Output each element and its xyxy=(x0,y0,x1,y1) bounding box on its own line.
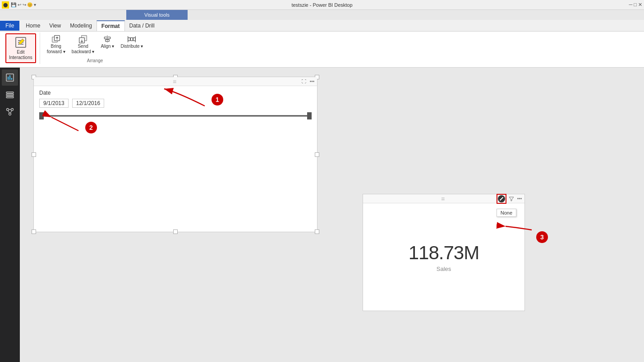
kpi-label: Sales xyxy=(437,266,451,272)
slicer-dates: 9/1/2013 12/1/2016 xyxy=(39,99,312,108)
slicer-header-icons: ⛶ ••• xyxy=(301,78,315,85)
slicer-title: Date xyxy=(39,90,312,96)
kpi-header-icons: ••• xyxy=(497,194,523,204)
model-icon xyxy=(5,107,14,116)
ribbon: EditInteractions Bringforward ▾ xyxy=(0,32,644,68)
menu-modeling[interactable]: Modeling xyxy=(65,21,97,31)
svg-rect-19 xyxy=(131,38,133,41)
svg-rect-27 xyxy=(6,94,14,96)
bring-forward-icon xyxy=(51,35,60,44)
svg-point-29 xyxy=(7,109,9,111)
edit-interactions-label: EditInteractions xyxy=(9,50,32,60)
slicer-header: ≡ ⛶ ••• xyxy=(34,77,317,86)
app-body: ≡ ⛶ ••• Date 9/1/2013 12/1/2016 xyxy=(0,68,644,362)
kpi-body: 118.73M Sales xyxy=(363,203,524,311)
svg-point-31 xyxy=(9,113,11,115)
send-backward-label: Sendbackward ▾ xyxy=(72,44,95,55)
svg-point-30 xyxy=(11,109,14,111)
arrange-group-label: Arrange xyxy=(45,58,146,63)
distribute-label: Distribute ▾ xyxy=(120,44,143,49)
slicer-drag-handle: ≡ xyxy=(173,78,178,85)
kpi-header: ≡ ••• xyxy=(363,194,524,203)
visual-tools-tab-area: Visual tools xyxy=(0,10,644,20)
title-bar: ⬤ 💾 ↩ ↪ 😊 ▾ testszie - Power BI Desktop … xyxy=(0,0,644,10)
filter-icon xyxy=(509,196,514,202)
slicer-start-date[interactable]: 9/1/2013 xyxy=(39,99,69,108)
align-label: Align ▾ xyxy=(101,44,114,49)
svg-rect-26 xyxy=(6,92,14,93)
none-tooltip: None xyxy=(497,209,516,217)
kpi-card[interactable]: ≡ ••• None xyxy=(363,194,525,311)
kpi-more-icon[interactable]: ••• xyxy=(516,196,523,202)
tab-spacer xyxy=(0,10,126,20)
menu-file[interactable]: File xyxy=(0,21,19,31)
svg-rect-24 xyxy=(9,75,10,80)
slider-handle-left[interactable] xyxy=(39,112,44,119)
kpi-filter-icon[interactable] xyxy=(508,196,515,202)
svg-rect-23 xyxy=(8,77,9,80)
none-slash-icon xyxy=(500,197,503,200)
sidebar-btn-report[interactable] xyxy=(2,69,18,86)
resize-handle-rm[interactable] xyxy=(315,152,319,157)
quick-access-toolbar: 💾 ↩ ↪ 😊 ▾ xyxy=(11,2,36,7)
sidebar-btn-data[interactable] xyxy=(2,87,18,103)
distribute-button[interactable]: Distribute ▾ xyxy=(118,33,145,50)
distribute-icon xyxy=(127,35,136,44)
resize-handle-bl[interactable] xyxy=(32,229,36,234)
ribbon-group-arrange: Bringforward ▾ Sendbackward ▾ xyxy=(41,32,149,64)
svg-rect-28 xyxy=(6,96,14,98)
align-icon xyxy=(103,35,112,44)
slicer-widget[interactable]: ≡ ⛶ ••• Date 9/1/2013 12/1/2016 xyxy=(33,77,317,232)
annotation-2: 2 xyxy=(85,122,97,133)
window-title: testszie - Power BI Desktop xyxy=(291,2,352,8)
slicer-expand-icon[interactable]: ⛶ xyxy=(301,78,307,85)
svg-rect-25 xyxy=(11,78,12,80)
data-icon xyxy=(5,90,14,99)
title-bar-left: ⬤ 💾 ↩ ↪ 😊 ▾ xyxy=(2,1,36,9)
window-controls: ─ □ ✕ xyxy=(629,2,642,8)
sidebar xyxy=(0,68,20,362)
canvas-area: ≡ ⛶ ••• Date 9/1/2013 12/1/2016 xyxy=(20,68,644,362)
resize-handle-bm[interactable] xyxy=(173,229,178,234)
menu-data-drill[interactable]: Data / Drill xyxy=(125,21,159,31)
edit-interactions-button[interactable]: EditInteractions xyxy=(5,33,36,63)
slicer-end-date[interactable]: 12/1/2016 xyxy=(72,99,104,108)
send-backward-button[interactable]: Sendbackward ▾ xyxy=(69,33,97,56)
none-button-inner xyxy=(498,195,505,202)
slider-track xyxy=(39,115,312,117)
annotation-1: 1 xyxy=(212,94,223,105)
send-backward-icon xyxy=(78,35,87,44)
report-icon xyxy=(5,73,14,82)
menu-format[interactable]: Format xyxy=(97,20,125,31)
menu-view[interactable]: View xyxy=(45,21,65,31)
kpi-drag-handle: ≡ xyxy=(441,195,446,202)
slicer-more-icon[interactable]: ••• xyxy=(309,78,315,85)
svg-rect-18 xyxy=(133,38,136,41)
edit-interactions-icon xyxy=(14,36,27,49)
annotation-3: 3 xyxy=(536,231,548,243)
svg-rect-17 xyxy=(128,38,130,41)
resize-handle-lm[interactable] xyxy=(32,152,36,157)
tab-strip: Visual tools xyxy=(0,10,188,20)
menu-home[interactable]: Home xyxy=(21,21,45,31)
slider-handle-right[interactable] xyxy=(307,112,312,119)
menu-bar: File Home View Modeling Format Data / Dr… xyxy=(0,20,644,32)
bring-forward-button[interactable]: Bringforward ▾ xyxy=(45,33,68,56)
ribbon-group-items-arrange: Bringforward ▾ Sendbackward ▾ xyxy=(45,33,146,57)
bring-forward-label: Bringforward ▾ xyxy=(47,44,65,55)
svg-line-33 xyxy=(8,110,9,113)
sidebar-btn-model[interactable] xyxy=(2,104,18,120)
slicer-body: Date 9/1/2013 12/1/2016 xyxy=(34,86,317,126)
visual-tools-label: Visual tools xyxy=(126,10,188,20)
svg-line-34 xyxy=(10,110,12,113)
slicer-slider[interactable] xyxy=(39,111,312,120)
ribbon-group-items-interactions: EditInteractions xyxy=(5,33,36,63)
kpi-value: 118.73M xyxy=(409,242,479,264)
ribbon-group-interactions: EditInteractions xyxy=(2,32,40,64)
resize-handle-br[interactable] xyxy=(315,229,319,234)
none-button[interactable] xyxy=(497,194,506,204)
align-button[interactable]: Align ▾ xyxy=(98,33,116,50)
app-icon: ⬤ xyxy=(2,1,9,9)
